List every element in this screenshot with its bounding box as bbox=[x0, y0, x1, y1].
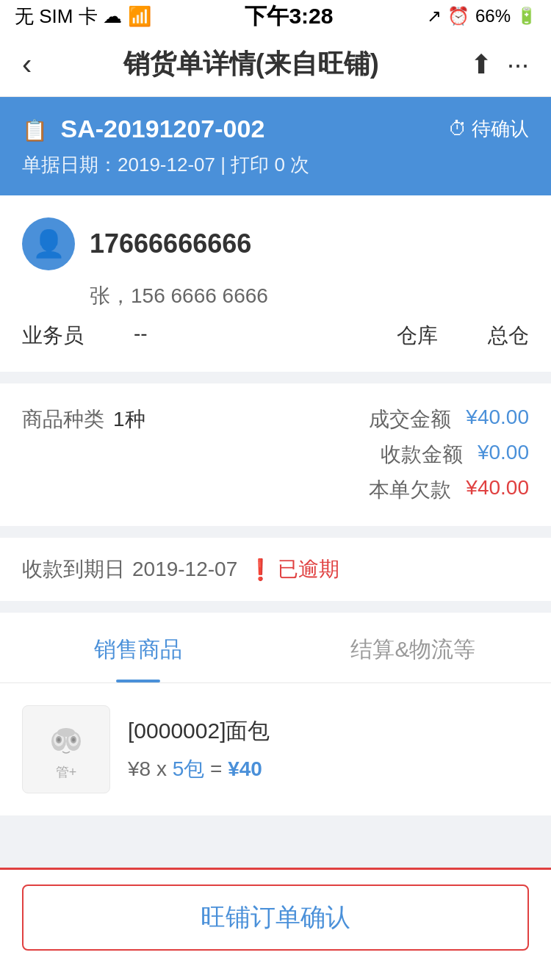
tab-sales-products[interactable]: 销售商品 bbox=[0, 613, 276, 682]
order-id: 📋 SA-20191207-002 bbox=[22, 115, 264, 143]
amount-list: 成交金额 ¥40.00 收款金额 ¥0.00 本单欠款 ¥40.00 bbox=[369, 406, 529, 504]
amount-section: 商品种类 1种 成交金额 ¥40.00 收款金额 ¥0.00 本单欠款 ¥40.… bbox=[0, 383, 551, 526]
warehouse-label: 仓库 bbox=[397, 322, 438, 350]
customer-meta: 业务员 -- 仓库 总仓 bbox=[22, 322, 529, 350]
balance-val: ¥40.00 bbox=[466, 476, 529, 504]
product-price: ¥8 x 5包 = ¥40 bbox=[128, 755, 529, 783]
wifi-icon: 📶 bbox=[128, 5, 151, 28]
clock-icon: ⏱ bbox=[448, 118, 467, 140]
balance-row: 本单欠款 ¥40.00 bbox=[369, 476, 529, 504]
share-icon[interactable]: ⬆ bbox=[470, 49, 492, 80]
order-status: ⏱ 待确认 bbox=[448, 116, 529, 142]
receipt-row: 收款金额 ¥0.00 bbox=[381, 441, 529, 469]
salesperson-label: 业务员 bbox=[22, 322, 84, 350]
svg-point-8 bbox=[57, 728, 75, 737]
due-section: 收款到期日 2019-12-07 ❗ 已逾期 bbox=[0, 538, 551, 601]
order-date: 单据日期：2019-12-07 | 打印 0 次 bbox=[22, 152, 529, 178]
alarm-icon: ⏰ bbox=[447, 6, 469, 26]
order-icon: 📋 bbox=[22, 119, 48, 142]
price-formula: ¥8 x bbox=[128, 757, 167, 780]
tab-settlement[interactable]: 结算&物流等 bbox=[276, 613, 551, 682]
receipt-val: ¥0.00 bbox=[478, 441, 529, 469]
order-header-top: 📋 SA-20191207-002 ⏱ 待确认 bbox=[22, 115, 529, 143]
product-name: [0000002]面包 bbox=[128, 716, 529, 746]
transaction-label: 成交金额 bbox=[369, 406, 451, 433]
status-time: 下午3:28 bbox=[245, 1, 333, 32]
svg-point-6 bbox=[57, 738, 60, 742]
order-header: 📋 SA-20191207-002 ⏱ 待确认 单据日期：2019-12-07 … bbox=[0, 97, 551, 195]
overdue-text: 已逾期 bbox=[278, 555, 339, 583]
balance-label: 本单欠款 bbox=[369, 476, 451, 504]
confirm-order-button[interactable]: 旺铺订单确认 bbox=[22, 884, 529, 951]
tab-bar: 销售商品 结算&物流等 bbox=[0, 613, 551, 683]
warehouse-val: 总仓 bbox=[488, 322, 529, 350]
avatar: 👤 bbox=[22, 217, 75, 270]
customer-name: 张，156 6666 6666 bbox=[90, 282, 529, 310]
bottom-button-wrap: 旺铺订单确认 bbox=[0, 868, 551, 980]
product-count: 商品种类 1种 bbox=[22, 406, 145, 433]
product-list: 管+ [0000002]面包 ¥8 x 5包 = ¥40 bbox=[0, 683, 551, 815]
product-owl-logo: 管+ bbox=[44, 718, 88, 781]
customer-phone: 17666666666 bbox=[90, 228, 251, 259]
person-icon: 👤 bbox=[32, 228, 65, 259]
due-date-val: 2019-12-07 bbox=[132, 558, 237, 581]
svg-point-7 bbox=[72, 738, 75, 742]
transaction-val: ¥40.00 bbox=[466, 406, 529, 433]
product-type-val: 1种 bbox=[113, 406, 145, 433]
product-type-label: 商品种类 bbox=[22, 406, 104, 433]
nav-bar: ‹ 销货单详情(来自旺铺) ⬆ ··· bbox=[0, 32, 551, 97]
product-qty: 5包 bbox=[173, 757, 205, 780]
nav-left: ‹ bbox=[22, 48, 32, 81]
status-right: ↗ ⏰ 66% 🔋 bbox=[427, 6, 536, 26]
product-info: [0000002]面包 ¥8 x 5包 = ¥40 bbox=[128, 716, 529, 783]
no-sim-text: 无 SIM 卡 ☁ bbox=[15, 4, 122, 29]
receipt-label: 收款金额 bbox=[381, 441, 463, 469]
transaction-row: 成交金额 ¥40.00 bbox=[369, 406, 529, 433]
more-icon[interactable]: ··· bbox=[507, 49, 529, 80]
warning-icon: ❗ bbox=[248, 558, 273, 582]
status-left: 无 SIM 卡 ☁ 📶 bbox=[15, 4, 151, 29]
battery-text: 66% bbox=[475, 6, 511, 26]
customer-section: 👤 17666666666 张，156 6666 6666 业务员 -- 仓库 … bbox=[0, 195, 551, 372]
page-title: 销货单详情(来自旺铺) bbox=[123, 46, 379, 82]
back-button[interactable]: ‹ bbox=[22, 48, 32, 81]
customer-row: 👤 17666666666 bbox=[22, 217, 529, 270]
salesperson-val: -- bbox=[134, 322, 148, 350]
equals-sign: = bbox=[210, 757, 222, 780]
status-bar: 无 SIM 卡 ☁ 📶 下午3:28 ↗ ⏰ 66% 🔋 bbox=[0, 0, 551, 32]
overdue-badge: ❗ 已逾期 bbox=[248, 555, 339, 583]
due-date-label: 收款到期日 bbox=[22, 555, 125, 583]
product-total: ¥40 bbox=[228, 757, 262, 780]
location-icon: ↗ bbox=[427, 6, 442, 26]
nav-right: ⬆ ··· bbox=[470, 49, 529, 80]
battery-icon: 🔋 bbox=[516, 7, 536, 26]
product-image: 管+ bbox=[22, 705, 110, 793]
